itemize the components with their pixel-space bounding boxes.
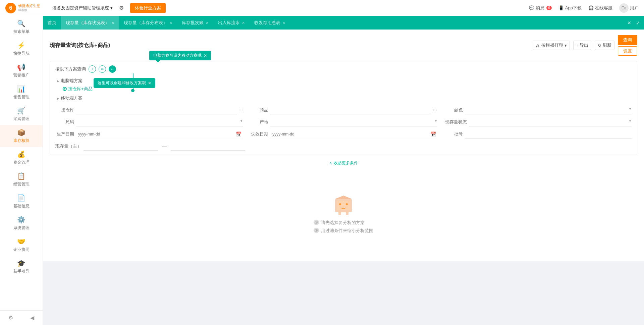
expire-date-input-wrapper: 📅: [270, 130, 437, 138]
sidebar-item-guide[interactable]: 🎓 新手引导: [0, 256, 43, 278]
online-service-btn[interactable]: 🎧 在线客服: [588, 5, 612, 11]
filter-label: 按以下方案查询: [55, 66, 86, 72]
sidebar-item-finance[interactable]: 💰 资金管理: [0, 147, 43, 169]
handshake-icon: 🤝: [17, 237, 25, 246]
sidebar-item-marketing[interactable]: 📢 营销推广: [0, 60, 43, 82]
produce-date-input-wrapper: 📅: [76, 130, 243, 138]
tab-close-collection-summary[interactable]: ✕: [282, 21, 285, 25]
produce-date-calendar-icon[interactable]: 📅: [236, 131, 241, 137]
sidebar-item-inventory[interactable]: 📦 库存核算: [0, 125, 43, 147]
message-icon: 💬: [529, 5, 534, 10]
tab-bar-actions: ✕ ⤢: [626, 19, 644, 27]
tab-bar: 首页 现存量（库存状况表） ✕ 现存量（库存分布表） ✕ 库存批次账 ✕ 出入库…: [43, 16, 644, 30]
export-icon: ↑: [576, 43, 579, 48]
logo-icon: 6: [5, 3, 16, 13]
app-download-btn[interactable]: 📱 App下载: [558, 5, 582, 11]
tab-batch-ledger[interactable]: 库存批次账 ✕: [177, 16, 213, 30]
tab-close-inventory-status[interactable]: ✕: [111, 21, 114, 25]
inventory-status-label: 现存量状态: [444, 119, 467, 125]
sidebar-item-quick-nav[interactable]: ⚡ 快捷导航: [0, 38, 43, 60]
scheme-tree-mobile[interactable]: ▶ 移动端方案: [55, 94, 632, 102]
megaphone-icon: 📢: [17, 63, 25, 71]
export-btn[interactable]: ↑ 导出: [573, 41, 592, 50]
expire-date-input[interactable]: [270, 130, 437, 138]
query-button[interactable]: 查询: [618, 35, 637, 45]
tab-inventory-dist[interactable]: 现存量（库存分布表） ✕: [119, 16, 177, 30]
cart-icon: 🛒: [17, 107, 25, 115]
tab-home[interactable]: 首页: [43, 16, 61, 30]
message-badge: 6: [546, 6, 552, 10]
color-field: 颜色 ▾: [444, 106, 632, 114]
warehouse-dots[interactable]: ···: [238, 107, 243, 113]
refresh-btn[interactable]: ↻ 刷新: [595, 41, 614, 50]
svg-point-3: [346, 203, 348, 205]
origin-label: 产地: [250, 119, 268, 125]
page-inner: 现存量查询(按仓库+商品) 🖨 按模板打印 ▾ ↑ 导出 ↻: [43, 30, 644, 261]
trial-button[interactable]: 体验行业方案: [130, 3, 166, 13]
sidebar-item-search-menu[interactable]: 🔍 搜索菜单: [0, 16, 43, 38]
system-title-select[interactable]: 装备及固定资产辅助管理系统 ▾: [52, 5, 113, 11]
gear-icon: ⚙️: [17, 216, 25, 224]
tab-inout-flow[interactable]: 出入库流水 ✕: [213, 16, 250, 30]
quantity-field: 现存量（主） —: [55, 142, 245, 151]
tab-expand-btn[interactable]: ⤢: [635, 19, 641, 27]
empty-tip-2: 用过滤条件来缩小分析范围: [314, 228, 373, 234]
produce-date-label: 生产日期: [55, 131, 74, 137]
sidebar-item-operation[interactable]: 📋 经营管理: [0, 169, 43, 191]
collapse-bar[interactable]: ∧ 收起更多条件: [50, 158, 637, 169]
pc-scheme-label: 电脑端方案: [61, 78, 83, 84]
arrow-left-btn[interactable]: ←: [109, 65, 116, 73]
mobile-scheme-label: 移动端方案: [61, 95, 83, 101]
expire-date-field: 失效日期 📅: [250, 130, 437, 138]
page-content: 现存量查询(按仓库+商品) 🖨 按模板打印 ▾ ↑ 导出 ↻: [43, 30, 644, 325]
avatar: Ea: [619, 3, 629, 13]
sidebar-item-system[interactable]: ⚙️ 系统管理: [0, 212, 43, 234]
print-dropdown-icon: ▾: [565, 43, 567, 48]
tooltip-scheme-mobile: 电脑方案可设为移动方案哦 ✕: [149, 51, 211, 60]
page-title-row: 现存量查询(按仓库+商品) 🖨 按模板打印 ▾ ↑ 导出 ↻: [50, 35, 637, 56]
sidebar: 🔍 搜索菜单 ⚡ 快捷导航 📢 营销推广 📊 销售管理 🛒 采购管理 📦 库存核…: [0, 16, 43, 325]
settings-button[interactable]: 设置: [618, 46, 637, 56]
tab-close-batch-ledger[interactable]: ✕: [206, 21, 209, 25]
content-area: 首页 现存量（库存状况表） ✕ 现存量（库存分布表） ✕ 库存批次账 ✕ 出入库…: [43, 16, 644, 325]
graduation-icon: 🎓: [17, 259, 25, 267]
tab-close-all-btn[interactable]: ✕: [626, 19, 633, 27]
filter-section-wrapper: 按以下方案查询 + ✏ ← 电脑方案可设为移动方案哦 ✕: [50, 61, 637, 169]
sidebar-collapse-btn[interactable]: ◀: [28, 313, 37, 322]
messages-btn[interactable]: 💬 消息 6: [529, 5, 552, 11]
filter-row-2: 尺码 ▾ 产地 ▾: [55, 118, 632, 126]
mobile-scheme-arrow: ▶: [57, 97, 59, 100]
main-layout: 🔍 搜索菜单 ⚡ 快捷导航 📢 营销推广 📊 销售管理 🛒 采购管理 📦 库存核…: [0, 16, 644, 325]
goods-label: 商品: [250, 107, 268, 113]
inventory-status-field: 现存量状态 ▾: [444, 118, 632, 126]
sidebar-item-basic-info[interactable]: 📄 基础信息: [0, 191, 43, 212]
tab-close-inout-flow[interactable]: ✕: [242, 21, 245, 25]
tab-inventory-status[interactable]: 现存量（库存状况表） ✕: [61, 16, 119, 30]
tooltip2-close[interactable]: ✕: [148, 81, 151, 86]
add-scheme-btn[interactable]: +: [89, 65, 96, 73]
origin-field: 产地 ▾: [250, 118, 437, 126]
sidebar-item-enterprise[interactable]: 🤝 企业协同: [0, 234, 43, 256]
goods-dots[interactable]: ···: [433, 107, 437, 113]
settings-icon-btn[interactable]: ⚙: [117, 3, 126, 13]
edit-scheme-btn[interactable]: ✏: [99, 65, 106, 73]
tab-collection-summary[interactable]: 收发存汇总表 ✕: [250, 16, 290, 30]
document-icon: 📄: [17, 194, 25, 202]
user-area[interactable]: Ea 用户: [619, 3, 639, 13]
sidebar-settings-btn[interactable]: ⚙: [6, 313, 16, 322]
header-left: 6 畅捷通好生意 标准版 装备及固定资产辅助管理系统 ▾ ⚙ 体验行业方案: [5, 3, 166, 13]
produce-date-input[interactable]: [76, 130, 243, 138]
expire-date-calendar-icon[interactable]: 📅: [430, 131, 436, 137]
filter-row-1: 按仓库 ··· 商品 ···: [55, 106, 632, 114]
print-btn[interactable]: 🖨 按模板打印 ▾: [533, 41, 570, 50]
headset-icon: 🎧: [588, 5, 594, 10]
svg-rect-4: [338, 212, 341, 215]
tab-close-inventory-dist[interactable]: ✕: [169, 21, 172, 25]
chevron-down-icon: ▾: [110, 5, 113, 10]
tooltip1-close[interactable]: ✕: [204, 53, 207, 58]
sidebar-item-sales[interactable]: 📊 销售管理: [0, 82, 43, 103]
color-label: 颜色: [444, 107, 463, 113]
sidebar-item-purchase[interactable]: 🛒 采购管理: [0, 103, 43, 125]
refresh-icon: ↻: [598, 43, 601, 48]
sidebar-footer: ⚙ ◀: [0, 310, 43, 325]
